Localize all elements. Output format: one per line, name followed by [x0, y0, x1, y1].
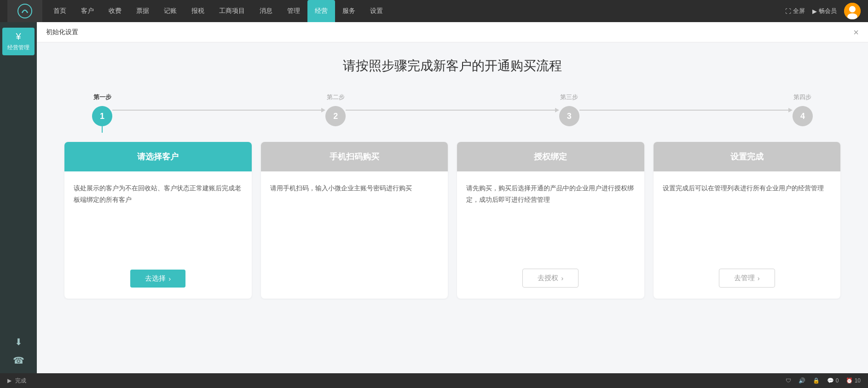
- card-4: 设置完成 设置完成后可以在管理列表进行所有企业用户的经营管理 去管理 ›: [654, 142, 841, 299]
- card-1: 请选择客户 该处展示的客户为不在回收站、客户状态正常建账后完成老板端绑定的所有客…: [64, 142, 252, 299]
- card-3-header: 授权绑定: [457, 142, 644, 171]
- main-title: 请按照步骤完成新客户的开通购买流程: [64, 57, 840, 75]
- nav-item-home[interactable]: 首页: [46, 0, 74, 22]
- card-2-header: 手机扫码购买: [261, 142, 448, 171]
- card-4-body: 设置完成后可以在管理列表进行所有企业用户的经营管理: [654, 171, 841, 261]
- nav-item-bill[interactable]: 票据: [129, 0, 156, 22]
- support-icon[interactable]: ☎: [13, 355, 24, 366]
- card-1-body: 该处展示的客户为不在回收站、客户状态正常建账后完成老板端绑定的所有客户: [64, 171, 252, 262]
- nav-item-manage[interactable]: 管理: [280, 0, 307, 22]
- nav-item-tax[interactable]: 报税: [184, 0, 212, 22]
- card-3-button-icon: ›: [561, 274, 563, 282]
- step-2-wrapper: 第二步 2: [325, 93, 346, 126]
- bottom-play-icon[interactable]: ▶: [7, 377, 12, 384]
- step-4-circle: 4: [793, 106, 813, 126]
- step-3-circle: 3: [559, 106, 579, 126]
- step-3-wrapper: 第三步 3: [559, 93, 579, 126]
- svg-point-0: [18, 4, 32, 18]
- svg-point-2: [849, 6, 856, 12]
- sidebar-bottom: ⬇ ☎: [13, 336, 24, 373]
- card-2: 手机扫码购买 请用手机扫码，输入小微企业主账号密码进行购买: [261, 142, 448, 299]
- chat-count: 💬 0: [827, 377, 839, 384]
- step-1-tick: [102, 126, 103, 133]
- connector-1: [112, 108, 325, 112]
- fullscreen-icon: ⛶: [785, 8, 791, 15]
- nav-item-operation[interactable]: 经营: [307, 0, 335, 22]
- nav-item-fee[interactable]: 收费: [101, 0, 129, 22]
- card-1-button[interactable]: 去选择 ›: [130, 270, 185, 288]
- card-3: 授权绑定 请先购买，购买后选择开通的产品中的企业用户进行授权绑定，成功后即可进行…: [457, 142, 644, 299]
- steps-indicator: 第一步 1 第二步 2 第三步 3: [64, 93, 840, 133]
- avatar[interactable]: [844, 3, 861, 19]
- close-button[interactable]: ×: [853, 28, 859, 37]
- card-2-footer: [261, 280, 448, 299]
- bottom-right: 🛡 🔊 🔒 💬 0 ⏰ 10: [786, 377, 861, 384]
- nav-item-settings[interactable]: 设置: [363, 0, 390, 22]
- bottom-status: 完成: [15, 377, 26, 385]
- nav-item-customer[interactable]: 客户: [74, 0, 101, 22]
- step-2-circle: 2: [325, 106, 346, 126]
- top-nav: 首页 客户 收费 票据 记账 报税 工商项目 消息 管理 经营 服务 设置 ⛶ …: [0, 0, 868, 22]
- nav-item-account[interactable]: 记账: [156, 0, 184, 22]
- volume-icon: 🔊: [799, 377, 805, 384]
- card-1-footer: 去选择 ›: [64, 262, 252, 299]
- step-2-label: 第二步: [327, 93, 345, 101]
- card-3-button[interactable]: 去授权 ›: [522, 269, 579, 288]
- card-3-body: 请先购买，购买后选择开通的产品中的企业用户进行授权绑定，成功后即可进行经营管理: [457, 171, 644, 261]
- clock-count: ⏰ 10: [846, 377, 861, 384]
- card-1-header: 请选择客户: [64, 142, 252, 171]
- step-4-label: 第四步: [793, 93, 811, 101]
- logo: [7, 0, 42, 22]
- step-3-label: 第三步: [560, 93, 578, 101]
- step-1-wrapper: 第一步 1: [92, 93, 112, 133]
- card-4-button[interactable]: 去管理 ›: [719, 269, 775, 288]
- nav-item-service[interactable]: 服务: [335, 0, 363, 22]
- main-content: 初始化设置 × 请按照步骤完成新客户的开通购买流程 第一步 1 第二步 2: [37, 22, 868, 373]
- card-4-button-label: 去管理: [734, 274, 755, 282]
- shield-icon: 🛡: [786, 377, 791, 384]
- sidebar-item-label: 经营管理: [7, 44, 29, 52]
- sidebar: ¥ 经营管理 ⬇ ☎: [0, 22, 37, 373]
- content-area: 请按照步骤完成新客户的开通购买流程 第一步 1 第二步 2: [37, 42, 868, 373]
- fullscreen-button[interactable]: ⛶ 全屏: [785, 7, 805, 15]
- connector-3: [579, 108, 793, 112]
- card-4-header: 设置完成: [654, 142, 841, 171]
- card-3-footer: 去授权 ›: [457, 261, 644, 299]
- card-4-button-icon: ›: [758, 274, 760, 282]
- yen-icon: ¥: [16, 31, 21, 42]
- cards-container: 请选择客户 该处展示的客户为不在回收站、客户状态正常建账后完成老板端绑定的所有客…: [64, 142, 840, 299]
- card-2-body: 请用手机扫码，输入小微企业主账号密码进行购买: [261, 171, 448, 280]
- play-icon: ▶: [812, 8, 817, 15]
- step-4-wrapper: 第四步 4: [793, 93, 813, 126]
- sidebar-item-operation[interactable]: ¥ 经营管理: [2, 28, 35, 55]
- card-4-footer: 去管理 ›: [654, 261, 841, 299]
- page-title: 初始化设置: [46, 28, 78, 36]
- download-icon[interactable]: ⬇: [15, 336, 23, 347]
- step-1-label: 第一步: [93, 93, 111, 101]
- lock-icon: 🔒: [813, 377, 820, 384]
- nav-item-biz[interactable]: 工商项目: [212, 0, 252, 22]
- member-button[interactable]: ▶ 畅会员: [812, 7, 837, 15]
- card-1-button-icon: ›: [168, 275, 171, 282]
- connector-2: [346, 108, 559, 112]
- bottom-bar: ▶ 完成 🛡 🔊 🔒 💬 0 ⏰ 10: [0, 373, 868, 388]
- nav-right: ⛶ 全屏 ▶ 畅会员: [785, 3, 861, 19]
- step-1-circle: 1: [92, 106, 112, 126]
- nav-item-msg[interactable]: 消息: [252, 0, 280, 22]
- card-3-button-label: 去授权: [538, 274, 558, 282]
- card-1-button-label: 去选择: [145, 274, 166, 283]
- page-header: 初始化设置 ×: [37, 22, 868, 42]
